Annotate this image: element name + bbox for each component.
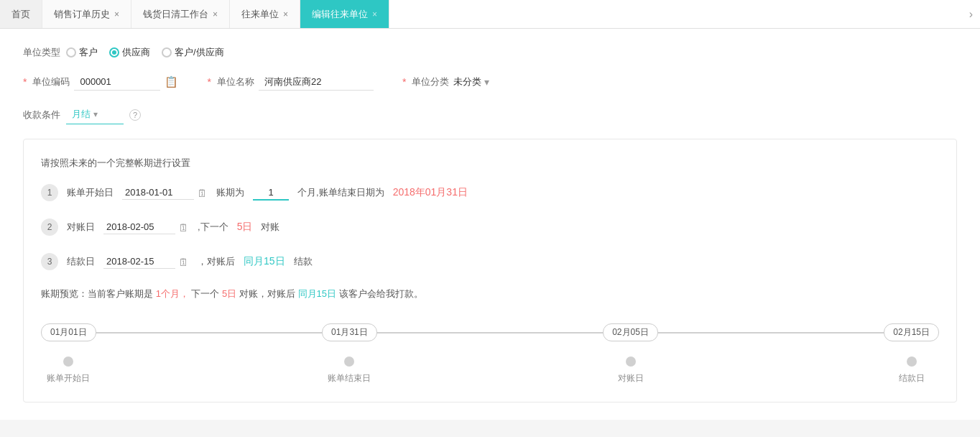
period-label-2: 对账日 xyxy=(67,221,95,234)
tab-home[interactable]: 首页 xyxy=(0,0,42,28)
unit-classify-value: 未分类 xyxy=(453,75,481,88)
radio-both-circle xyxy=(162,47,172,58)
calendar-icon-1[interactable]: 🗓 xyxy=(197,187,208,199)
preview-text: 账期预览：当前客户账期是 1个月， 下一个 5日 对账，对账后 同月15日 该客… xyxy=(41,288,939,300)
timeline-node-3: 02月15日 结款日 xyxy=(884,323,939,385)
payment-cond-select[interactable]: 月结 ▾ xyxy=(66,105,124,124)
unit-fields-row: * 单位编码 📋 * 单位名称 * 单位分类 未分类 ▾ xyxy=(23,73,957,91)
timeline-circle-3 xyxy=(907,356,917,367)
radio-supplier[interactable]: 供应商 xyxy=(109,46,150,59)
date-input-3[interactable] xyxy=(103,254,175,269)
timeline-date-1: 01月31日 xyxy=(322,323,377,341)
unit-classify-select[interactable]: 未分类 ▾ xyxy=(453,75,489,88)
unit-type-radio-group: 客户 供应商 客户/供应商 xyxy=(66,46,224,59)
timeline-label-1: 账单结束日 xyxy=(328,372,371,385)
timeline-circle-1 xyxy=(344,356,354,367)
period-label-3: 结款日 xyxy=(67,255,95,268)
period-highlight-3: 同月15日 xyxy=(244,255,285,268)
preview-middle2: 对账，对账后 xyxy=(239,288,295,299)
tab-bar: 首页 销售订单历史 × 钱货日清工作台 × 往来单位 × 编辑往来单位 × › xyxy=(0,0,980,29)
unit-name-label: 单位名称 xyxy=(217,75,254,88)
calendar-icon-3[interactable]: 🗓 xyxy=(178,256,189,268)
months-input[interactable] xyxy=(253,185,289,201)
unit-classify-label: 单位分类 xyxy=(412,75,449,88)
preview-date2: 同月15日 xyxy=(298,288,336,299)
timeline-label-2: 对账日 xyxy=(618,372,644,385)
preview-label: 账期预览：当前客户账期是 xyxy=(41,288,153,299)
tab-sales-history[interactable]: 销售订单历史 × xyxy=(42,0,131,28)
period-row-2: 2 对账日 🗓 ,下一个 5日 对账 xyxy=(41,218,939,236)
tab-partner[interactable]: 往来单位 × xyxy=(230,0,300,28)
timeline-node-1: 01月31日 账单结束日 xyxy=(322,323,377,385)
timeline-label-0: 账单开始日 xyxy=(47,372,90,385)
radio-both[interactable]: 客户/供应商 xyxy=(162,46,224,59)
payment-cond-arrow-icon: ▾ xyxy=(93,109,98,119)
preview-end: 该客户会给我打款。 xyxy=(339,288,423,299)
unit-classify-group: * 单位分类 未分类 ▾ xyxy=(402,75,489,88)
preview-period: 1个月， xyxy=(156,288,189,299)
period-suffix-1a: 账期为 xyxy=(216,186,244,199)
unit-name-group: * 单位名称 xyxy=(207,73,373,91)
unit-code-group: * 单位编码 📋 xyxy=(23,73,178,91)
panel-desc: 请按照未来的一个完整帐期进行设置 xyxy=(41,157,939,170)
period-suffix-1b: 个月,账单结束日期为 xyxy=(297,186,384,199)
unit-classify-star: * xyxy=(402,76,406,88)
timeline-label-3: 结款日 xyxy=(899,372,925,385)
preview-middle: 下一个 xyxy=(191,288,219,299)
period-highlight-2: 5日 xyxy=(237,221,253,234)
date-field-1: 🗓 xyxy=(122,185,208,200)
period-end-date: 2018年01月31日 xyxy=(393,186,468,199)
payment-cond-value: 月结 xyxy=(72,108,91,121)
period-suffix-3a: ，对账后 xyxy=(198,255,235,268)
date-field-3: 🗓 xyxy=(103,254,189,269)
tab-arrow-icon[interactable]: › xyxy=(962,0,980,28)
timeline-node-0: 01月01日 账单开始日 xyxy=(41,323,96,385)
tab-cash-work[interactable]: 钱货日清工作台 × xyxy=(131,0,230,28)
radio-customer[interactable]: 客户 xyxy=(66,46,98,59)
timeline-node-2: 02月05日 对账日 xyxy=(603,323,658,385)
unit-code-star: * xyxy=(23,76,27,88)
payment-cond-row: 收款条件 月结 ▾ ? xyxy=(23,105,957,124)
timeline: 01月01日 账单开始日 01月31日 账单结束日 02月05日 对账日 02月… xyxy=(41,318,939,385)
timeline-date-0: 01月01日 xyxy=(41,323,96,341)
copy-icon[interactable]: 📋 xyxy=(165,75,178,88)
date-field-2: 🗓 xyxy=(103,220,189,234)
unit-classify-arrow-icon: ▾ xyxy=(484,76,489,88)
unit-name-input[interactable] xyxy=(259,73,374,91)
unit-code-input[interactable] xyxy=(74,73,160,91)
unit-type-label: 单位类型 xyxy=(23,46,60,59)
calendar-icon-2[interactable]: 🗓 xyxy=(178,221,189,234)
timeline-date-3: 02月15日 xyxy=(884,323,939,341)
close-edit-partner-icon[interactable]: × xyxy=(372,9,377,19)
date-input-2[interactable] xyxy=(103,220,175,234)
timeline-circle-2 xyxy=(626,356,636,367)
period-num-3: 3 xyxy=(41,253,58,270)
period-num-1: 1 xyxy=(41,184,58,201)
period-suffix-2b: 对账 xyxy=(261,221,279,234)
tab-edit-partner[interactable]: 编辑往来单位 × xyxy=(300,0,389,28)
radio-supplier-circle xyxy=(109,47,119,58)
close-cash-work-icon[interactable]: × xyxy=(213,9,218,19)
timeline-circle-0 xyxy=(63,356,73,367)
preview-date1: 5日 xyxy=(222,288,236,299)
unit-code-label: 单位编码 xyxy=(32,75,70,88)
close-sales-history-icon[interactable]: × xyxy=(114,9,119,19)
period-row-3: 3 结款日 🗓 ，对账后 同月15日 结款 xyxy=(41,253,939,270)
unit-type-row: 单位类型 客户 供应商 客户/供应商 xyxy=(23,46,957,59)
payment-cond-label: 收款条件 xyxy=(23,109,60,121)
period-suffix-3b: 结款 xyxy=(294,255,313,268)
help-icon[interactable]: ? xyxy=(129,109,141,121)
timeline-nodes: 01月01日 账单开始日 01月31日 账单结束日 02月05日 对账日 02月… xyxy=(41,323,939,385)
date-input-1[interactable] xyxy=(122,185,194,200)
main-content: 单位类型 客户 供应商 客户/供应商 * 单位编码 📋 * xyxy=(0,29,980,420)
period-num-2: 2 xyxy=(41,218,58,236)
radio-customer-circle xyxy=(66,47,76,58)
period-row-1: 1 账单开始日 🗓 账期为 个月,账单结束日期为 2018年01月31日 xyxy=(41,184,939,201)
period-panel: 请按照未来的一个完整帐期进行设置 1 账单开始日 🗓 账期为 个月,账单结束日期… xyxy=(23,139,957,402)
period-label-1: 账单开始日 xyxy=(67,186,114,199)
period-suffix-2a: ,下一个 xyxy=(198,221,228,234)
timeline-date-2: 02月05日 xyxy=(603,323,658,341)
close-partner-icon[interactable]: × xyxy=(283,9,288,19)
unit-name-star: * xyxy=(207,76,211,88)
